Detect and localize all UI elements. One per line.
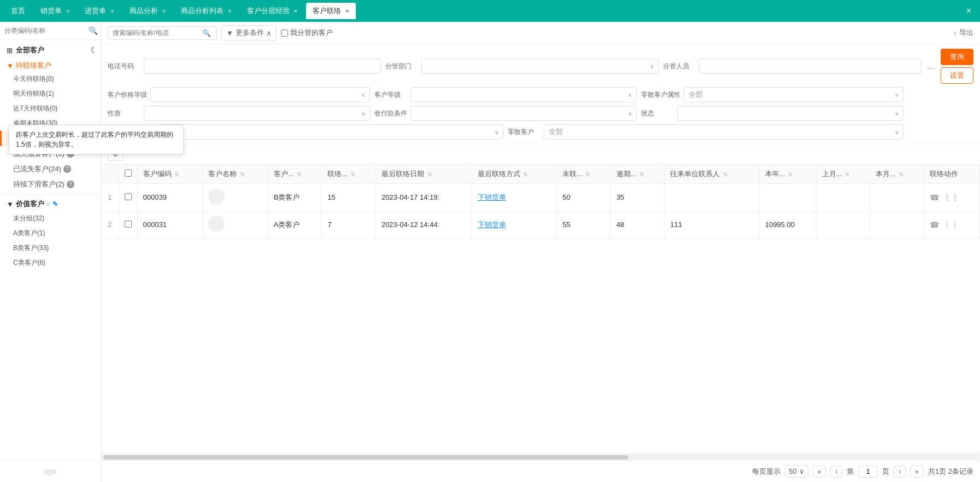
close-purchase-tab[interactable]: × — [110, 8, 114, 14]
filter-search-input[interactable] — [113, 29, 200, 37]
export-icon: ↑ — [954, 29, 958, 37]
sidebar-item-unclassified[interactable]: 未分组(32) — [0, 211, 101, 226]
nav-tab-product-list[interactable]: 商品分析列表 × — [174, 3, 238, 19]
edit-icon-2[interactable]: ✎ — [52, 200, 58, 208]
row2-type: A类客户 — [268, 211, 322, 239]
per-page-chevron-icon: ∨ — [799, 467, 805, 475]
query-button[interactable]: 查询 — [941, 49, 973, 65]
row2-checkbox-cell — [119, 211, 137, 239]
my-customers-check[interactable]: 我分管的客户 — [281, 28, 333, 38]
price-level-select[interactable]: ∨ — [150, 87, 370, 102]
select-all-checkbox[interactable] — [125, 170, 132, 177]
close-customer-contact-tab[interactable]: × — [345, 8, 349, 14]
sidebar-bottom: ◁ ▷ — [0, 460, 101, 482]
nav-tab-home[interactable]: 首页 — [4, 3, 32, 19]
row1-checkbox[interactable] — [125, 193, 132, 200]
advanced-filter: 电话号码 分管部门 ∨ 分管人员 ... 查询 设置 — [101, 44, 980, 144]
edit-icon[interactable]: ○ — [46, 200, 50, 208]
sidebar-search-icon[interactable]: 🔍 — [89, 26, 98, 35]
table-wrap: 客户编码 ⇅ 客户名称 ⇅ 客户... ⇅ — [101, 165, 980, 454]
sort-icon-overdue: ⇅ — [639, 171, 644, 177]
col-uncontacted: 未联... ⇅ — [557, 165, 611, 184]
col-code: 客户编码 ⇅ — [137, 165, 203, 184]
first-page-btn[interactable]: « — [813, 466, 826, 478]
row1-checkbox-cell — [119, 184, 137, 211]
manager-more-icon[interactable]: ... — [925, 61, 936, 71]
sidebar-item-7days[interactable]: 近7天待联络(0) — [0, 101, 101, 116]
nav-tab-product-analysis[interactable]: 商品分析 × — [123, 3, 172, 19]
col-this-month: 本月... ⇅ — [870, 165, 924, 184]
row2-method-link[interactable]: 下销货单 — [478, 220, 506, 229]
col-last-contact-method: 最后联络方式 ⇅ — [472, 165, 556, 184]
sort-icon-uncontacted: ⇅ — [585, 171, 590, 177]
table-area: ⚙ 客户编码 ⇅ — [101, 144, 980, 482]
row1-more-icon[interactable]: ⋮⋮ — [943, 193, 959, 202]
zero-scatter-attr-select[interactable]: 全部 ∨ — [684, 87, 903, 102]
main-layout: 🔍 ⊞ 全部客户 《 ▼ 待联络客户 今天待联络(0) 明天待联络(1) 近7天… — [0, 22, 980, 482]
export-btn[interactable]: ↑ 导出 — [954, 28, 974, 38]
level-select[interactable]: ∨ — [410, 87, 637, 102]
sidebar-item-class-c[interactable]: C类客户(6) — [0, 255, 101, 270]
row1-last-month — [816, 184, 870, 211]
last-page-btn[interactable]: » — [910, 466, 924, 478]
col-type: 客户... ⇅ — [268, 165, 322, 184]
col-contact: 联络... ⇅ — [322, 165, 376, 184]
arrow-down-icon: ▼ — [7, 62, 14, 70]
payment-terms-select[interactable]: ∨ — [410, 106, 637, 121]
row1-phone-icon[interactable]: ☎ — [930, 193, 939, 202]
row1-action: ☎ ⋮⋮ — [924, 184, 979, 211]
close-sales-tab[interactable]: × — [66, 8, 69, 14]
row2-more-icon[interactable]: ⋮⋮ — [943, 220, 959, 229]
row1-this-year — [759, 184, 816, 211]
content-area: 距客户上次交易时长，超过了此客户的平均交易周期的1.5倍，则视为异常。 🔍 ▼ … — [101, 22, 980, 482]
close-product-list-tab[interactable]: × — [228, 8, 231, 14]
nav-tab-customer-contact[interactable]: 客户联络 × — [306, 3, 355, 19]
sidebar-item-class-a[interactable]: A类客户(1) — [0, 226, 101, 241]
customer-type-select[interactable]: ∨ — [160, 124, 503, 140]
chevron-up-icon: ∧ — [266, 29, 272, 37]
filter-zero-scatter: 零散客户 全部 ∨ — [508, 124, 903, 140]
sidebar-all-customers[interactable]: ⊞ 全部客户 《 — [0, 42, 101, 59]
row2-avatar — [208, 216, 225, 232]
manager-input[interactable] — [699, 59, 922, 74]
sidebar-item-tomorrow[interactable]: 明天待联络(1) — [0, 86, 101, 101]
sidebar-item-churned[interactable]: 已流失客户(24) ? — [0, 161, 101, 177]
h-scrollbar[interactable] — [101, 454, 980, 460]
settings-button[interactable]: 设置 — [941, 67, 973, 84]
my-customers-checkbox[interactable] — [281, 30, 288, 37]
row1-method-link[interactable]: 下销货单 — [478, 193, 506, 201]
row2-name — [203, 211, 268, 239]
row2-phone-icon[interactable]: ☎ — [930, 220, 939, 229]
phone-input[interactable] — [144, 59, 381, 74]
customer-type-chevron-icon: ∨ — [495, 129, 498, 135]
dept-select[interactable]: ∨ — [421, 59, 659, 74]
nav-tab-sales[interactable]: 销货单 × — [34, 3, 76, 19]
sidebar-item-class-b[interactable]: B类客户(33) — [0, 241, 101, 255]
nav-tab-purchase[interactable]: 进货单 × — [78, 3, 120, 19]
nav-tab-customer-stratify[interactable]: 客户分层经营 × — [240, 3, 304, 19]
zero-scatter-select[interactable]: 全部 ∨ — [544, 124, 903, 140]
close-all-tabs[interactable]: × — [962, 4, 976, 18]
status-select[interactable]: ∨ — [677, 106, 903, 121]
grid-icon: ⊞ — [7, 47, 13, 55]
col-unit-contact: 往来单位联系人 ⇅ — [665, 165, 759, 184]
gender-select[interactable]: ∨ — [144, 106, 370, 121]
sort-icon-this-month: ⇅ — [899, 171, 903, 177]
close-customer-stratify-tab[interactable]: × — [294, 8, 297, 14]
row2-this-month — [870, 211, 924, 239]
table-row: 1 000039 B类客户 15 2023-04-17 14:19: — [101, 184, 980, 211]
page-input[interactable] — [858, 466, 878, 478]
filter-search-icon[interactable]: 🔍 — [202, 29, 211, 37]
more-conditions-btn[interactable]: ▼ 更多条件 ∧ — [221, 25, 277, 40]
sidebar-item-today[interactable]: 今天待联络(0) — [0, 72, 101, 86]
row2-checkbox[interactable] — [125, 220, 132, 228]
per-page-select[interactable]: 50 ∨ — [785, 465, 808, 478]
info-icon-3: ? — [63, 165, 71, 173]
sidebar-search-input[interactable] — [4, 27, 86, 34]
close-product-analysis-tab[interactable]: × — [162, 8, 166, 14]
sidebar-item-declining[interactable]: 持续下滑客户(2) ? — [0, 177, 101, 192]
prev-page-btn[interactable]: ‹ — [830, 466, 842, 478]
next-page-btn[interactable]: › — [894, 466, 906, 478]
tooltip-popup: 距客户上次交易时长，超过了此客户的平均交易周期的1.5倍，则视为异常。 — [101, 125, 184, 154]
sidebar-collapse-btn[interactable]: 《 — [87, 45, 94, 55]
